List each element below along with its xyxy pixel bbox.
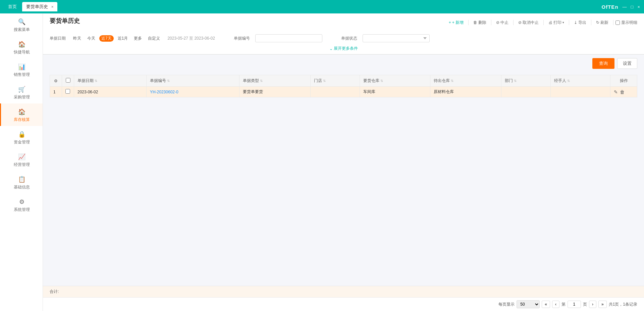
sidebar-item-purchase-label: 采购管理 <box>14 94 30 100</box>
sep7 <box>613 20 613 25</box>
sep1 <box>468 20 469 25</box>
expand-more-btn[interactable]: ⌄ 展开更多条件 <box>329 46 358 51</box>
refresh-icon: ↻ <box>596 20 599 25</box>
th-store[interactable]: 门店 ⇅ <box>311 75 360 87</box>
sidebar-item-sales[interactable]: 📊 销售管理 <box>0 58 43 81</box>
sidebar-item-finance[interactable]: 🔒 资金管理 <box>0 126 43 148</box>
per-page-select[interactable]: 50 100 200 <box>517 300 540 308</box>
doc-no-input[interactable] <box>255 34 322 42</box>
stop-button[interactable]: ⊘ 中止 <box>493 18 511 27</box>
doc-date-value: 2023-06-02 <box>77 90 98 94</box>
th-handler-label: 经手人 <box>554 78 566 84</box>
table-row: 1 2023-06-02 YH-20230602-0 要货单 <box>50 87 637 97</box>
th-handler[interactable]: 经手人 ⇅ <box>550 75 610 87</box>
tab-home[interactable]: 首页 <box>4 2 21 11</box>
add-button[interactable]: + + 新增 <box>446 18 466 27</box>
home-icon: 🏠 <box>18 41 25 48</box>
per-page-label: 每页显示 <box>498 302 515 307</box>
window-close-btn[interactable]: × <box>637 4 640 9</box>
date-btn-7days[interactable]: 近7天 <box>99 35 114 42</box>
query-button[interactable]: 查询 <box>592 58 614 69</box>
sort-store[interactable]: 门店 ⇅ <box>314 78 356 84</box>
th-store-label: 门店 <box>314 78 322 84</box>
last-page-btn[interactable]: » <box>598 301 607 308</box>
sort-handler[interactable]: 经手人 ⇅ <box>554 78 607 84</box>
row-checkbox[interactable] <box>65 89 70 94</box>
sidebar-item-inventory-label: 库存核算 <box>14 117 30 123</box>
sidebar-item-purchase[interactable]: 🛒 采购管理 <box>0 81 43 103</box>
sort-doc-no-icon: ⇅ <box>167 79 170 83</box>
delete-button[interactable]: 🗑 删除 <box>471 18 489 27</box>
sidebar-item-basic-info[interactable]: 📋 基础信息 <box>0 171 43 193</box>
column-settings-icon[interactable]: ⚙ <box>54 79 58 83</box>
sort-req-warehouse[interactable]: 要货仓库 ⇅ <box>363 78 427 84</box>
export-icon: ⤓ <box>574 20 577 25</box>
next-page-btn[interactable]: › <box>589 301 596 308</box>
tab-requisition-history[interactable]: 要货单历史 × <box>22 2 57 11</box>
sidebar-item-system[interactable]: ⚙ 系统管理 <box>0 193 43 216</box>
prev-page-btn[interactable]: ‹ <box>552 301 559 308</box>
row-dept <box>501 87 550 97</box>
print-button[interactable]: 🖨 打印 ▾ <box>546 18 567 27</box>
th-settings[interactable]: ⚙ <box>50 75 62 87</box>
content-area: 要货单历史 + + 新增 🗑 删除 ⊘ <box>43 13 644 311</box>
row-store <box>311 87 360 97</box>
date-btn-more[interactable]: 更多 <box>132 35 144 42</box>
table-container: ⚙ 单据日期 ⇅ <box>43 71 644 286</box>
sales-icon: 📊 <box>18 63 25 71</box>
sort-doc-no[interactable]: 单据编号 ⇅ <box>150 78 236 84</box>
sidebar-item-operations[interactable]: 📈 经营管理 <box>0 148 43 171</box>
date-btn-1month[interactable]: 近1月 <box>116 35 130 42</box>
refresh-button[interactable]: ↻ 刷新 <box>593 18 611 27</box>
cancel-stop-button[interactable]: ⊘ 取消中止 <box>516 18 541 27</box>
sort-dept[interactable]: 部门 ⇅ <box>505 78 547 84</box>
th-pending-warehouse[interactable]: 待出仓库 ⇅ <box>430 75 501 87</box>
sidebar-item-quick-nav[interactable]: 🏠 快捷导航 <box>0 36 43 58</box>
th-doc-date[interactable]: 单据日期 ⇅ <box>74 75 147 87</box>
th-dept[interactable]: 部门 ⇅ <box>501 75 550 87</box>
select-all-checkbox[interactable] <box>66 78 70 83</box>
show-detail-checkbox[interactable] <box>615 20 620 25</box>
page-input[interactable] <box>568 301 581 308</box>
delete-action-icon[interactable]: 🗑 <box>620 89 625 95</box>
row-actions: ✎ 🗑 <box>610 87 637 97</box>
th-req-warehouse[interactable]: 要货仓库 ⇅ <box>360 75 430 87</box>
th-doc-type[interactable]: 单据类型 ⇅ <box>239 75 311 87</box>
query-label: 查询 <box>599 61 608 66</box>
export-label: 导出 <box>578 20 586 26</box>
doc-no-link[interactable]: YH-20230602-0 <box>150 90 178 94</box>
date-btn-custom[interactable]: 自定义 <box>146 35 162 42</box>
row-num: 1 <box>50 87 62 97</box>
print-label: 打印 <box>553 20 561 26</box>
add-icon: + <box>449 20 451 25</box>
sidebar-item-search-menu[interactable]: 🔍 搜索菜单 <box>0 13 43 36</box>
th-doc-no[interactable]: 单据编号 ⇅ <box>146 75 239 87</box>
tab-close-icon[interactable]: × <box>51 5 53 9</box>
page-title: 要货单历史 <box>50 17 80 25</box>
window-minimize-btn[interactable]: — <box>623 4 627 9</box>
th-dept-label: 部门 <box>505 78 513 84</box>
sidebar-item-basicinfo-label: 基础信息 <box>14 184 30 190</box>
status-select[interactable] <box>363 34 430 42</box>
sep6 <box>591 20 591 25</box>
show-detail-toggle[interactable]: 显示明细 <box>615 20 637 26</box>
first-page-btn[interactable]: « <box>542 301 550 308</box>
row-handler <box>550 87 610 97</box>
sidebar-item-inventory[interactable]: 🏠 库存核算 <box>0 103 43 126</box>
date-btn-yesterday[interactable]: 昨天 <box>71 35 83 42</box>
th-action-label: 操作 <box>620 78 628 83</box>
settings-button[interactable]: 设置 <box>617 58 637 69</box>
tab-requisition-label: 要货单历史 <box>26 4 48 10</box>
sort-doc-type[interactable]: 单据类型 ⇅ <box>243 78 307 84</box>
sidebar-item-system-label: 系统管理 <box>14 207 30 213</box>
summary-label: 合计: <box>50 289 59 294</box>
edit-action-icon[interactable]: ✎ <box>614 89 618 95</box>
th-action: 操作 <box>610 75 637 87</box>
sort-doc-date[interactable]: 单据日期 ⇅ <box>77 78 143 84</box>
window-maximize-btn[interactable]: □ <box>631 4 634 9</box>
date-btn-today[interactable]: 今天 <box>85 35 97 42</box>
sort-dept-icon: ⇅ <box>514 79 517 83</box>
sort-pending-warehouse[interactable]: 待出仓库 ⇅ <box>434 78 498 84</box>
export-button[interactable]: ⤓ 导出 <box>571 18 589 27</box>
print-icon: 🖨 <box>548 20 552 25</box>
